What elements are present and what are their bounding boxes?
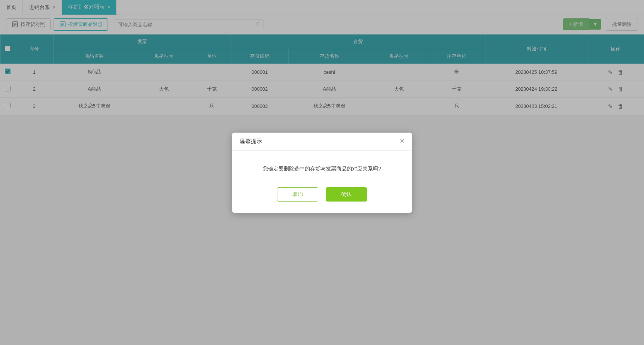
modal-overlay: 温馨提示 ✕ 您确定要删除选中的存货与发票商品的对应关系吗? 取消 确认 (0, 0, 644, 115)
